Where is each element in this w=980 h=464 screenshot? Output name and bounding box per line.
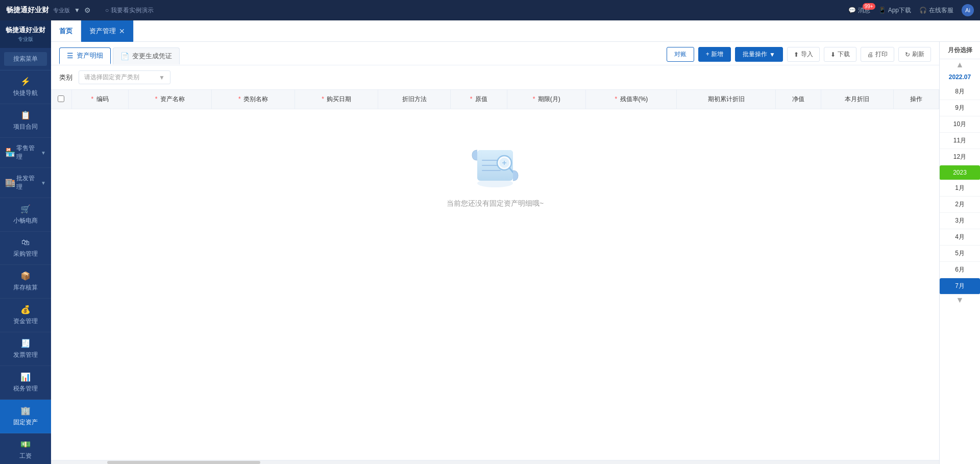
demo-label: 我要看实例演示 [111, 6, 154, 15]
month-item[interactable]: 1月 [940, 180, 980, 197]
th-net-value: 净值 [775, 90, 821, 109]
asset-detail-label: 资产明细 [77, 51, 103, 60]
app-title: 畅捷通好业财 [6, 6, 49, 15]
sub-tab-change-voucher[interactable]: 📄 变更生成凭证 [113, 47, 180, 64]
sidebar-item-tax-mgmt[interactable]: 📊 税务管理 [0, 366, 51, 400]
th-category: * 类别名称 [211, 90, 295, 109]
demo-link[interactable]: ○ 我要看实例演示 [105, 6, 154, 15]
sidebar: 畅捷通好业财 专业版 搜索菜单 ⚡ 快捷导航 📋 项目合同 🏪 零售管理 ▼ 🏬… [0, 20, 51, 464]
company-dropdown[interactable]: ▼ [74, 7, 80, 14]
th-period-label: 期限(月) [538, 95, 560, 103]
sub-tab-left: ☰ 资产明细 📄 变更生成凭证 [59, 47, 180, 64]
fund-icon: 💰 [20, 305, 31, 314]
sidebar-item-quick-nav[interactable]: ⚡ 快捷导航 [0, 70, 51, 104]
online-service-btn[interactable]: 🎧 在线客服 [919, 6, 953, 15]
month-down-arrow[interactable]: ▼ [956, 296, 964, 305]
month-item[interactable]: 3月 [940, 213, 980, 229]
add-btn[interactable]: + 新增 [698, 47, 731, 62]
download-label: 下载 [838, 50, 850, 59]
month-item[interactable]: 11月 [940, 133, 980, 149]
bottom-scrollbar[interactable] [51, 460, 939, 464]
th-original-value-label: 原值 [475, 95, 487, 103]
th-category-label: 类别名称 [243, 95, 268, 103]
filter-placeholder: 请选择固定资产类别 [84, 73, 139, 82]
user-avatar[interactable]: Ai [962, 4, 974, 16]
month-nav-up-btn[interactable]: ▲ [940, 59, 980, 70]
sidebar-item-ecommerce[interactable]: 🛒 小畅电商 [0, 198, 51, 232]
sidebar-logo-text: 畅捷通好业财 [6, 26, 45, 35]
refresh-icon: ↻ [905, 51, 910, 58]
sidebar-item-project-contract[interactable]: 📋 项目合同 [0, 104, 51, 138]
sidebar-item-retail-mgmt[interactable]: 🏪 零售管理 ▼ [0, 138, 51, 168]
app-download-label: App下载 [888, 6, 911, 15]
sidebar-item-label: 零售管理 [16, 144, 39, 161]
main-panel: ☰ 资产明细 📄 变更生成凭证 对账 + 新增 批量操作 ▼ [51, 42, 939, 464]
retail-label-row: 🏪 零售管理 [5, 144, 39, 161]
top-bar: 畅捷通好业财 专业版 ▼ ⚙ ○ 我要看实例演示 💬 消息 99+ 📱 App下… [0, 0, 980, 20]
table-header-row: * 编码 * 资产名称 * 类别名称 [51, 90, 939, 109]
month-item[interactable]: 2023 [940, 165, 980, 180]
sidebar-item-invoice-mgmt[interactable]: 🧾 发票管理 [0, 332, 51, 366]
select-all-checkbox[interactable] [58, 95, 64, 102]
filter-category-label: 类别 [59, 73, 72, 82]
purchase-icon: 🛍 [21, 238, 30, 247]
demo-circle-icon: ○ [105, 7, 109, 14]
th-residual-rate-label: 残值率(%) [620, 95, 648, 103]
th-accumulated-depreciation: 期初累计折旧 [677, 90, 776, 109]
sidebar-item-fixed-assets[interactable]: 🏢 固定资产 [0, 400, 51, 433]
sidebar-item-purchase-mgmt[interactable]: 🛍 采购管理 [0, 232, 51, 265]
top-bar-right: 💬 消息 99+ 📱 App下载 🎧 在线客服 Ai [848, 4, 974, 16]
month-item[interactable]: 12月 [940, 149, 980, 165]
wholesale-icon: 🏬 [5, 178, 15, 187]
empty-state-text: 当前您还没有固定资产明细哦~ [447, 199, 544, 208]
top-bar-left: 畅捷通好业财 专业版 ▼ ⚙ ○ 我要看实例演示 [6, 6, 154, 15]
reconcile-btn[interactable]: 对账 [667, 47, 694, 62]
th-residual-rate: * 残值率(%) [586, 90, 677, 109]
settings-icon[interactable]: ⚙ [84, 6, 91, 14]
sidebar-item-payroll[interactable]: 💵 工资 [0, 433, 51, 464]
app-download-icon: 📱 [878, 7, 886, 14]
filter-category-select[interactable]: 请选择固定资产类别 ▼ [79, 70, 170, 84]
sidebar-item-fund-mgmt[interactable]: 💰 资金管理 [0, 299, 51, 332]
month-item[interactable]: 2月 [940, 197, 980, 213]
month-item[interactable]: 8月 [940, 84, 980, 100]
sub-tab-actions: 对账 + 新增 批量操作 ▼ ⬆ 导入 ⬇ 下载 [667, 47, 931, 65]
sidebar-item-wholesale-mgmt[interactable]: 🏬 批发管理 ▼ [0, 168, 51, 198]
app-download-btn[interactable]: 📱 App下载 [878, 6, 911, 15]
tab-asset-mgmt[interactable]: 资产管理 ✕ [81, 20, 134, 42]
month-up-arrow[interactable]: ▲ [956, 60, 964, 69]
tab-home[interactable]: 首页 [51, 20, 81, 42]
month-item[interactable]: 6月 [940, 262, 980, 278]
chevron-down-icon-2: ▼ [41, 180, 46, 186]
month-item[interactable]: 7月 [940, 278, 980, 295]
th-accumulated-label: 期初累计折旧 [708, 95, 745, 103]
search-menu-btn[interactable]: 搜索菜单 [4, 52, 47, 66]
sidebar-item-label: 税务管理 [13, 384, 38, 393]
print-label: 打印 [875, 50, 888, 59]
refresh-btn[interactable]: ↻ 刷新 [898, 47, 931, 62]
month-item[interactable]: 4月 [940, 229, 980, 246]
filter-arrow-icon: ▼ [159, 74, 165, 81]
quick-nav-icon: ⚡ [20, 77, 31, 86]
month-item[interactable]: 9月 [940, 100, 980, 116]
app-edition: 专业版 [53, 7, 70, 14]
download-btn[interactable]: ⬇ 下载 [824, 47, 856, 62]
scroll-thumb[interactable] [107, 461, 260, 464]
month-panel-header: 月份选择 [940, 42, 980, 59]
print-btn[interactable]: 🖨 打印 [861, 47, 894, 62]
home-tab-label: 首页 [59, 27, 72, 36]
th-purchase-date-label: 购买日期 [327, 95, 351, 103]
sub-tab-asset-detail[interactable]: ☰ 资产明细 [59, 47, 111, 64]
sidebar-item-inventory[interactable]: 📦 库存核算 [0, 265, 51, 299]
month-nav-down-btn[interactable]: ▼ [940, 295, 980, 306]
change-voucher-label: 变更生成凭证 [132, 52, 172, 61]
month-year-label: 2022.07 [940, 70, 980, 84]
batch-btn[interactable]: 批量操作 ▼ [735, 47, 783, 62]
message-btn[interactable]: 💬 消息 99+ [848, 6, 870, 15]
tab-close-icon[interactable]: ✕ [119, 27, 125, 35]
import-label: 导入 [801, 50, 813, 59]
month-item[interactable]: 10月 [940, 116, 980, 133]
page-content: ☰ 资产明细 📄 变更生成凭证 对账 + 新增 批量操作 ▼ [51, 42, 980, 464]
import-btn[interactable]: ⬆ 导入 [787, 47, 820, 62]
month-item[interactable]: 5月 [940, 246, 980, 262]
